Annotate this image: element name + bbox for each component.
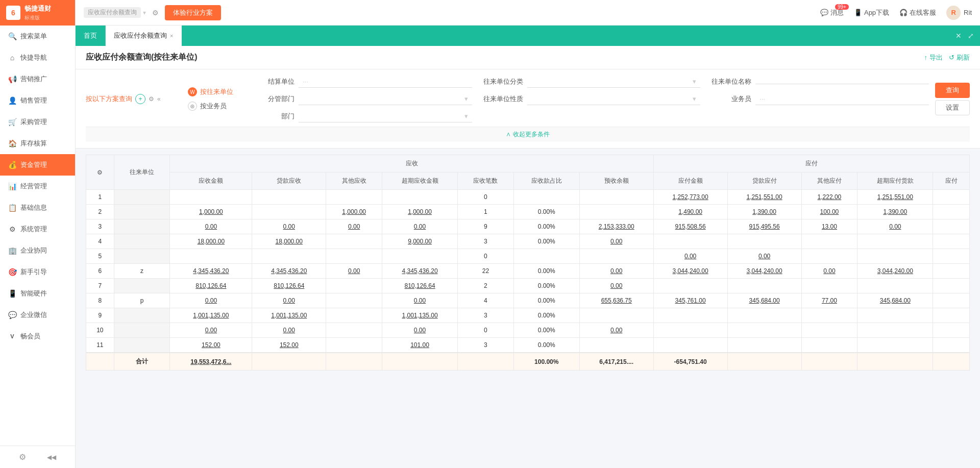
table-cell[interactable] <box>727 308 801 323</box>
table-cell[interactable] <box>579 205 653 219</box>
table-cell[interactable] <box>252 205 326 219</box>
table-cell[interactable]: 1,000.00 <box>326 205 382 219</box>
table-cell[interactable]: 810,126.64 <box>170 279 252 293</box>
settlement-unit-input[interactable]: ··· <box>299 76 472 88</box>
footer-recv-total[interactable]: 19,553,472,6... <box>170 353 252 371</box>
table-cell[interactable]: 1,222.00 <box>801 190 857 205</box>
sidebar-item-operations[interactable]: 📊 经营管理 <box>0 176 75 197</box>
table-cell[interactable] <box>801 308 857 323</box>
table-cell[interactable]: 915,495.56 <box>727 219 801 234</box>
table-cell[interactable] <box>653 308 727 323</box>
search-add-button[interactable]: + <box>135 94 145 104</box>
user-menu[interactable]: R Rit <box>946 6 972 20</box>
table-cell[interactable]: 4,345,436.20 <box>382 264 458 279</box>
table-cell[interactable]: 1,490.00 <box>653 205 727 219</box>
refresh-button[interactable]: ↺ 刷新 <box>949 53 970 62</box>
setting-button[interactable]: 设置 <box>935 100 970 115</box>
table-cell[interactable] <box>801 338 857 353</box>
table-cell[interactable]: 810,126.64 <box>252 279 326 293</box>
table-cell[interactable]: 13.00 <box>801 219 857 234</box>
th-settings[interactable]: ⚙ <box>86 155 114 190</box>
table-cell[interactable]: 18,000.00 <box>170 234 252 249</box>
table-cell[interactable] <box>727 323 801 338</box>
table-cell[interactable] <box>579 190 653 205</box>
search-settings-icon[interactable]: ⚙ <box>149 95 154 103</box>
table-cell[interactable]: 0.00 <box>579 264 653 279</box>
table-cell[interactable]: 101.00 <box>382 338 458 353</box>
table-cell[interactable]: 1,001,135.00 <box>382 308 458 323</box>
search-option-salesman[interactable]: ◎ 按业务员 <box>184 100 237 113</box>
sidebar-item-hardware[interactable]: 📱 智能硬件 <box>0 283 75 304</box>
table-cell[interactable]: 9,000.00 <box>382 234 458 249</box>
table-cell[interactable] <box>801 279 857 293</box>
sidebar-item-guide[interactable]: 🎯 新手引导 <box>0 261 75 283</box>
table-cell[interactable] <box>801 249 857 264</box>
table-cell[interactable]: 1,251,551.00 <box>727 190 801 205</box>
table-cell[interactable]: 0.00 <box>170 323 252 338</box>
table-cell[interactable] <box>857 234 933 249</box>
table-cell[interactable] <box>857 338 933 353</box>
table-cell[interactable]: 1,000.00 <box>170 205 252 219</box>
sidebar-item-sales[interactable]: 👤 销售管理 <box>0 90 75 111</box>
table-cell[interactable] <box>252 190 326 205</box>
table-cell[interactable] <box>801 234 857 249</box>
table-cell[interactable] <box>252 249 326 264</box>
table-cell[interactable]: 0.00 <box>170 219 252 234</box>
table-cell[interactable]: 345,761.00 <box>653 293 727 308</box>
table-cell[interactable] <box>326 308 382 323</box>
sidebar-item-basic-info[interactable]: 📋 基础信息 <box>0 197 75 218</box>
table-cell[interactable]: 152.00 <box>252 338 326 353</box>
table-cell[interactable]: 345,684.00 <box>727 293 801 308</box>
table-cell[interactable]: 0.00 <box>801 264 857 279</box>
export-button[interactable]: ↑ 导出 <box>924 53 943 62</box>
table-cell[interactable] <box>653 234 727 249</box>
sidebar-item-quick-nav[interactable]: ⌂ 快捷导航 <box>0 47 75 68</box>
table-cell[interactable]: 0.00 <box>727 249 801 264</box>
table-cell[interactable]: 4,345,436.20 <box>170 264 252 279</box>
table-cell[interactable] <box>653 323 727 338</box>
table-cell[interactable]: 0.00 <box>252 293 326 308</box>
messages-button[interactable]: 💬 消息 99+ <box>820 8 844 17</box>
sidebar-item-enterprise[interactable]: 🏢 企业协同 <box>0 240 75 261</box>
table-cell[interactable]: 0.00 <box>326 264 382 279</box>
tab-close-window-icon[interactable]: ✕ <box>955 32 962 40</box>
online-service-button[interactable]: 🎧 在线客服 <box>899 8 936 17</box>
sidebar-item-wechat[interactable]: 💬 企业微信 <box>0 304 75 326</box>
table-cell[interactable] <box>857 308 933 323</box>
table-cell[interactable]: 3,044,240.00 <box>653 264 727 279</box>
table-cell[interactable]: 1,001,135.00 <box>170 308 252 323</box>
table-cell[interactable] <box>326 338 382 353</box>
table-cell[interactable]: 810,126.64 <box>382 279 458 293</box>
tab-home[interactable]: 首页 <box>76 26 106 46</box>
table-cell[interactable]: 1,390.00 <box>857 205 933 219</box>
table-cell[interactable]: 3,044,240.00 <box>727 264 801 279</box>
sidebar-item-search-menu[interactable]: 🔍 搜索菜单 <box>0 26 75 47</box>
sidebar-item-inventory[interactable]: 🏠 库存核算 <box>0 133 75 154</box>
sidebar-collapse-icon[interactable]: ◀◀ <box>47 454 56 461</box>
table-cell[interactable] <box>326 249 382 264</box>
table-cell[interactable]: 18,000.00 <box>252 234 326 249</box>
table-cell[interactable]: 0.00 <box>382 323 458 338</box>
partner-nature-input[interactable]: ▾ <box>527 93 701 105</box>
table-cell[interactable] <box>170 249 252 264</box>
table-cell[interactable] <box>326 190 382 205</box>
table-cell[interactable] <box>579 249 653 264</box>
table-cell[interactable] <box>653 338 727 353</box>
table-cell[interactable]: 0.00 <box>579 234 653 249</box>
table-cell[interactable]: 0.00 <box>857 219 933 234</box>
salesman-input[interactable]: ··· <box>755 93 929 105</box>
table-cell[interactable]: 2,153,333.00 <box>579 219 653 234</box>
table-cell[interactable]: 0.00 <box>579 323 653 338</box>
tab-active[interactable]: 应收应付余额查询 × <box>106 26 182 46</box>
table-cell[interactable] <box>326 323 382 338</box>
sidebar-item-finance[interactable]: 💰 资金管理 <box>0 154 75 176</box>
table-cell[interactable]: 0.00 <box>579 279 653 293</box>
table-cell[interactable]: 77.00 <box>801 293 857 308</box>
tab-expand-icon[interactable]: ⤢ <box>968 32 974 40</box>
table-cell[interactable]: 0.00 <box>382 219 458 234</box>
sidebar-item-marketing[interactable]: 📢 营销推广 <box>0 68 75 90</box>
table-cell[interactable] <box>857 323 933 338</box>
table-cell[interactable]: 4,345,436.20 <box>252 264 326 279</box>
promo-button[interactable]: 体验行业方案 <box>165 5 221 20</box>
tab-close-icon[interactable]: × <box>170 33 173 39</box>
